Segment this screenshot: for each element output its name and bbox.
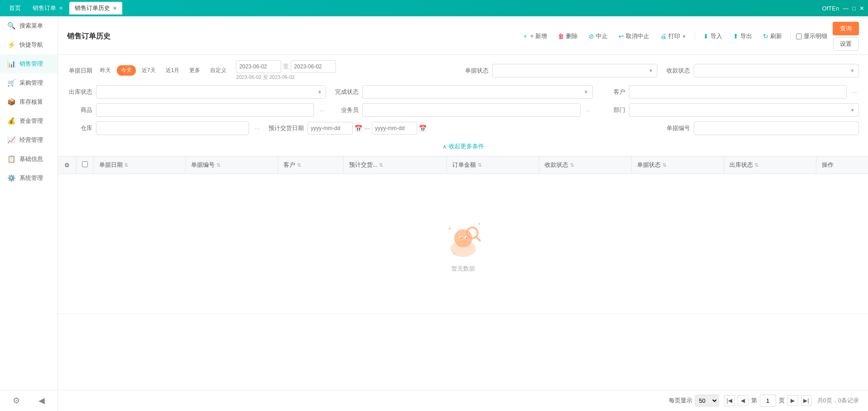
date-btn-custom[interactable]: 自定义 <box>206 65 230 76</box>
salesman-input[interactable] <box>362 103 580 117</box>
th-out-status[interactable]: 出库状态 ⇅ <box>724 156 816 174</box>
date-btn-more[interactable]: 更多 <box>185 65 204 76</box>
warehouse-label: 仓库 <box>67 124 92 132</box>
max-btn[interactable]: □ <box>852 5 856 12</box>
export-label: 导出 <box>740 32 752 40</box>
sidebar-collapse-icon[interactable]: ◀ <box>38 396 45 406</box>
select-all-checkbox[interactable] <box>82 161 88 167</box>
sidebar-item-purchase-mgmt[interactable]: 🛒 采购管理 <box>0 73 58 92</box>
stop-btn[interactable]: ⊘ 中止 <box>586 30 610 42</box>
empty-cell: ✦ ✦ ✦ 暂无数据 <box>58 174 868 314</box>
filter-warehouse-item: 仓库 ··· <box>67 121 261 135</box>
expected-date-to-cal-icon[interactable]: 📅 <box>419 125 427 132</box>
receipt-status-select[interactable]: ▼ <box>694 64 859 77</box>
close-btn[interactable]: ✕ <box>859 5 864 12</box>
customer-input[interactable] <box>629 85 847 99</box>
th-customer-label: 客户 <box>283 161 295 168</box>
table-gear-icon[interactable]: ⚙ <box>64 162 70 169</box>
dept-select[interactable]: ▼ <box>629 103 859 117</box>
display-toggle-checkbox[interactable] <box>796 34 802 39</box>
th-operation-label: 操作 <box>822 161 834 168</box>
th-amount[interactable]: 订单金额 ⇅ <box>447 156 539 174</box>
setting-button[interactable]: 设置 <box>833 37 858 51</box>
sidebar-item-inventory-check[interactable]: 📦 库存核算 <box>0 92 58 111</box>
collapse-row[interactable]: ∧ 收起更多条件 <box>67 140 859 150</box>
th-customer[interactable]: 客户 ⇅ <box>278 156 344 174</box>
goods-input[interactable] <box>96 103 314 117</box>
salesman-more-btn[interactable]: ··· <box>584 107 593 114</box>
receipt-status-label: 收款状态 <box>665 67 690 75</box>
th-date[interactable]: 单据日期 ⇅ <box>93 156 186 174</box>
tab-sales-order-label: 销售订单 <box>33 4 56 12</box>
sidebar-sys-mgmt-label: 系统管理 <box>19 174 43 182</box>
date-range-text: 2023-06-02 至 2023-06-02 <box>236 74 336 81</box>
refresh-icon: ↻ <box>763 33 768 40</box>
sidebar-item-sys-mgmt[interactable]: ⚙️ 系统管理 <box>0 169 58 188</box>
warehouse-input[interactable] <box>96 121 249 135</box>
th-order-status[interactable]: 单据状态 ⇅ <box>631 156 724 174</box>
refresh-btn[interactable]: ↻ 刷新 <box>760 30 785 42</box>
date-to-input[interactable] <box>291 60 336 73</box>
th-settings[interactable]: ⚙ <box>58 156 76 174</box>
sidebar-item-fund-mgmt[interactable]: 💰 资金管理 <box>0 111 58 131</box>
expected-date-from-cal-icon[interactable]: 📅 <box>355 125 362 132</box>
complete-status-select[interactable]: ▼ <box>362 85 592 99</box>
query-button[interactable]: 查询 <box>833 22 859 35</box>
min-btn[interactable]: — <box>843 5 849 12</box>
print-icon: 🖨 <box>660 33 667 40</box>
outstock-status-select[interactable]: ▼ <box>96 85 326 99</box>
empty-state: ✦ ✦ ✦ 暂无数据 <box>63 179 863 309</box>
last-page-btn[interactable]: ▶| <box>801 395 812 406</box>
customer-more-btn[interactable]: ··· <box>850 89 859 96</box>
date-btn-today[interactable]: 今天 <box>117 65 136 76</box>
th-customer-sort: ⇅ <box>297 162 301 168</box>
new-btn[interactable]: ＋ + 新增 <box>519 30 550 42</box>
order-status-select[interactable]: ▼ <box>492 64 657 77</box>
prev-page-btn[interactable]: ◀ <box>738 395 748 406</box>
tab-sales-order-close[interactable]: ✕ <box>59 5 63 11</box>
pagination: |◀ ◀ 第 页 ▶ ▶| <box>724 395 812 406</box>
tab-sales-order-history[interactable]: 销售订单历史 ✕ <box>69 2 122 15</box>
page-number-input[interactable] <box>760 395 776 406</box>
expected-date-to[interactable] <box>372 122 417 135</box>
delete-icon: 🗑 <box>558 33 564 40</box>
tab-home[interactable]: 首页 <box>4 2 26 15</box>
th-checkbox[interactable] <box>76 156 93 174</box>
import-btn[interactable]: ⬇ 导入 <box>700 30 725 42</box>
th-receipt-status[interactable]: 收款状态 ⇅ <box>539 156 632 174</box>
filter-order-status-item: 单据状态 ▼ <box>463 64 657 77</box>
date-btn-yesterday[interactable]: 昨天 <box>96 65 115 76</box>
delete-btn[interactable]: 🗑 删除 <box>555 30 580 42</box>
complete-status-label: 完成状态 <box>333 88 359 96</box>
goods-more-btn[interactable]: ··· <box>317 107 326 114</box>
date-btn-1month[interactable]: 近1月 <box>162 65 184 76</box>
th-number[interactable]: 单据编号 ⇅ <box>186 156 278 174</box>
print-btn[interactable]: 🖨 打印 ▼ <box>657 30 689 42</box>
sidebar-item-sales-mgmt[interactable]: 📊 销售管理 <box>0 54 58 73</box>
outstock-chevron: ▼ <box>317 89 322 95</box>
order-number-input[interactable] <box>694 121 859 135</box>
first-page-btn[interactable]: |◀ <box>724 395 735 406</box>
per-page-select[interactable]: 10 20 50 100 <box>695 395 719 406</box>
date-btn-7days[interactable]: 近7天 <box>138 65 160 76</box>
th-date-sort: ⇅ <box>124 162 128 168</box>
th-expected[interactable]: 预计交货... ⇅ <box>343 156 446 174</box>
sidebar-item-quick-nav[interactable]: ⚡ 快捷导航 <box>0 35 58 54</box>
sidebar-item-basic-info[interactable]: 📋 基础信息 <box>0 150 58 169</box>
sidebar-item-search-menu[interactable]: 🔍 搜索菜单 <box>0 16 58 35</box>
warehouse-more-btn[interactable]: ··· <box>253 125 261 132</box>
new-icon: ＋ <box>522 32 528 40</box>
display-toggle[interactable]: 显示明细 <box>796 32 827 40</box>
sidebar-settings-icon[interactable]: ⚙ <box>13 396 20 406</box>
cancel-stop-btn[interactable]: ↩ 取消中止 <box>616 30 652 42</box>
filter-customer-item: 客户 ··· <box>600 85 859 99</box>
order-status-chevron: ▼ <box>648 68 653 73</box>
next-page-btn[interactable]: ▶ <box>787 395 798 406</box>
tab-sales-order-history-close[interactable]: ✕ <box>113 5 117 11</box>
export-btn[interactable]: ⬆ 导出 <box>730 30 755 42</box>
date-from-input[interactable] <box>236 60 281 73</box>
tab-sales-order[interactable]: 销售订单 ✕ <box>27 2 68 15</box>
expected-date-from[interactable] <box>307 122 353 135</box>
filter-row-4: 仓库 ··· 预计交货日期 📅 — 📅 单据编号 <box>67 121 859 135</box>
sidebar-item-ops-mgmt[interactable]: 📈 经营管理 <box>0 131 58 150</box>
